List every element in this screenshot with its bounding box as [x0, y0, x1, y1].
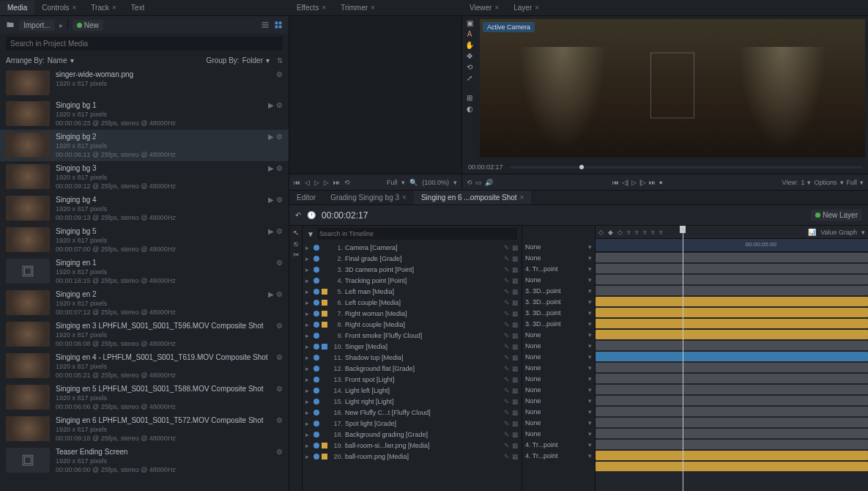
track-clip[interactable] — [596, 385, 868, 394]
edit-icon[interactable]: ✎ — [504, 409, 511, 416]
track-clip[interactable] — [596, 462, 868, 471]
layer-row[interactable]: ▸11.Shadow top [Media]✎▦ — [303, 352, 522, 363]
play-icon[interactable]: ▶ — [268, 196, 274, 204]
track-clip[interactable] — [596, 418, 868, 427]
track-clip[interactable] — [596, 429, 868, 438]
layer-row[interactable]: ▸13.Front spot [Light]✎▦ — [303, 374, 522, 385]
gear-icon[interactable]: ⚙ — [276, 164, 283, 172]
chevron-down-icon[interactable]: ▾ — [588, 364, 592, 372]
cube-icon[interactable]: ▦ — [512, 354, 519, 361]
marker-icon[interactable]: ▿ — [635, 229, 639, 236]
cube-icon[interactable]: ▦ — [512, 255, 519, 262]
pointer-icon[interactable]: ↖ — [293, 229, 299, 237]
track-row[interactable] — [596, 395, 868, 406]
gear-icon[interactable]: ⚙ — [276, 322, 283, 330]
parent-row[interactable]: None▾ — [522, 373, 595, 384]
expand-icon[interactable]: ▸ — [305, 310, 311, 317]
timeline-ruler[interactable]: 00:00:05:00 — [596, 239, 868, 252]
track-row[interactable] — [596, 252, 868, 263]
clock-icon[interactable]: 🕐 — [307, 211, 316, 219]
track-clip[interactable] — [596, 297, 868, 306]
close-icon[interactable]: × — [535, 4, 539, 12]
chevron-down-icon[interactable]: ▾ — [588, 342, 592, 350]
expand-icon[interactable]: ▸ — [305, 332, 311, 339]
layer-row[interactable]: ▸15.Light right [Light]✎▦ — [303, 396, 522, 407]
edit-icon[interactable]: ✎ — [504, 299, 511, 306]
skip-end-icon[interactable]: ⏭ — [649, 179, 656, 186]
expand-icon[interactable]: ▸ — [305, 244, 311, 251]
media-item[interactable]: Singing en 11920 x 817 pixels00:00:16:15… — [0, 256, 289, 287]
cube-icon[interactable]: ▦ — [512, 420, 519, 427]
gear-icon[interactable]: ⚙ — [276, 196, 283, 204]
gear-icon[interactable]: ⚙ — [276, 227, 283, 235]
new-button[interactable]: New — [73, 20, 103, 31]
track-clip[interactable] — [596, 319, 868, 328]
layer-row[interactable]: ▸10.Singer [Media]✎▦ — [303, 341, 522, 352]
layer-row[interactable]: ▸19.ball-room-si...lier.png [Media]✎▦ — [303, 440, 522, 451]
parent-row[interactable]: None▾ — [522, 395, 595, 406]
visibility-icon[interactable] — [314, 245, 319, 251]
expand-icon[interactable]: ▸ — [305, 354, 311, 361]
full-button[interactable]: Full — [847, 179, 858, 186]
chevron-right-icon[interactable]: ▸ — [59, 21, 63, 29]
track-clip[interactable] — [596, 253, 868, 262]
track-row[interactable] — [596, 351, 868, 362]
prev-frame-icon[interactable]: ◁ — [305, 179, 310, 186]
parent-row[interactable]: None▾ — [522, 241, 595, 252]
timeline-tracks[interactable]: ◇ ◆ ◇ ▿ ▿ ▿ ▿ ▿ 📊 Value Graph▾ 00:00:05:… — [596, 226, 868, 491]
import-button[interactable]: Import... — [19, 20, 55, 31]
expand-icon[interactable]: ▸ — [305, 398, 311, 405]
edit-icon[interactable]: ✎ — [504, 398, 511, 405]
cube-icon[interactable]: ▦ — [512, 288, 519, 295]
parent-row[interactable]: None▾ — [522, 340, 595, 351]
layer-row[interactable]: ▸3.3D camera point [Point]✎▦ — [303, 264, 522, 275]
timeline-search-input[interactable] — [317, 228, 517, 240]
edit-icon[interactable]: ✎ — [504, 453, 511, 459]
parent-row[interactable]: 4. Tr...point▾ — [522, 263, 595, 274]
edit-icon[interactable]: ✎ — [504, 442, 511, 448]
marker-icon[interactable]: ▿ — [643, 229, 647, 236]
cube-icon[interactable]: ▦ — [512, 321, 519, 328]
edit-icon[interactable]: ✎ — [504, 288, 511, 295]
track-row[interactable] — [596, 373, 868, 384]
close-icon[interactable]: × — [402, 193, 407, 202]
cube-icon[interactable]: ▦ — [512, 376, 519, 383]
tab-editor[interactable]: Editor — [289, 191, 323, 204]
gear-icon[interactable]: ⚙ — [276, 448, 283, 456]
cube-icon[interactable]: ▦ — [512, 299, 519, 306]
skip-start-icon[interactable]: ⏮ — [612, 179, 619, 186]
tab-track[interactable]: Track× — [84, 1, 123, 15]
parent-row[interactable]: None▾ — [522, 406, 595, 417]
track-clip[interactable] — [596, 440, 868, 449]
edit-icon[interactable]: ✎ — [504, 431, 511, 438]
cube-icon[interactable]: ▦ — [512, 453, 519, 459]
kf-prev-icon[interactable]: ◇ — [598, 229, 604, 236]
mask-icon[interactable]: ◐ — [467, 105, 473, 113]
visibility-icon[interactable] — [314, 454, 319, 459]
expand-icon[interactable]: ▸ — [305, 387, 311, 394]
gear-icon[interactable]: ⚙ — [276, 70, 283, 78]
camera-badge[interactable]: Active Camera — [483, 22, 535, 32]
filter-icon[interactable]: ▼ — [307, 230, 314, 238]
cube-icon[interactable]: ▦ — [512, 310, 519, 317]
media-item[interactable]: Singing bg 11920 x 817 pixels00:00:06:23… — [0, 98, 289, 130]
layer-row[interactable]: ▸6.Left couple [Media]✎▦ — [303, 297, 522, 308]
edit-icon[interactable]: ✎ — [504, 244, 511, 251]
text-icon[interactable]: A — [467, 30, 472, 38]
cube-icon[interactable]: ▦ — [512, 332, 519, 339]
chevron-down-icon[interactable]: ▾ — [588, 441, 592, 448]
parent-row[interactable]: 3. 3D...point▾ — [522, 296, 595, 307]
chevron-down-icon[interactable]: ▾ — [70, 56, 74, 64]
chevron-down-icon[interactable]: ▾ — [588, 254, 592, 262]
marker-icon[interactable]: ▿ — [627, 229, 631, 236]
track-clip[interactable] — [596, 363, 868, 372]
gear-icon[interactable]: ⚙ — [276, 259, 283, 267]
chevron-down-icon[interactable]: ▾ — [588, 375, 592, 383]
rotate-icon[interactable]: ⟲ — [467, 63, 472, 71]
skip-start-icon[interactable]: ⏮ — [294, 179, 300, 186]
chevron-down-icon[interactable]: ▾ — [588, 320, 592, 328]
visibility-icon[interactable] — [314, 300, 319, 306]
edit-icon[interactable]: ✎ — [504, 376, 511, 383]
hand-icon[interactable]: ✋ — [465, 41, 474, 49]
expand-icon[interactable]: ▸ — [305, 442, 311, 449]
